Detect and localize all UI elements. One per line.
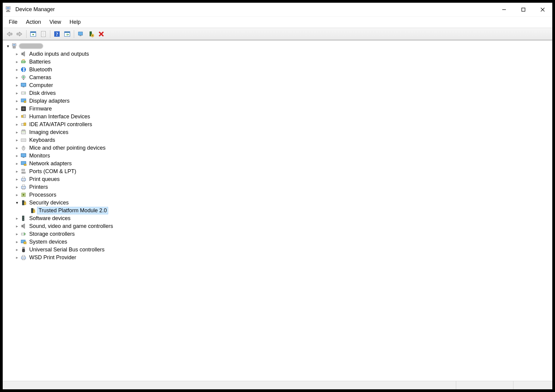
processor-icon <box>20 191 27 198</box>
tree-category-label: Bluetooth <box>28 66 53 73</box>
tree-category[interactable]: Network adapters <box>4 160 551 167</box>
chevron-right-icon[interactable] <box>14 98 20 104</box>
minimize-button[interactable] <box>494 3 514 16</box>
chevron-right-icon[interactable] <box>14 90 20 96</box>
tree-category[interactable]: Bluetooth <box>4 66 551 73</box>
tree-category[interactable]: Printers <box>4 183 551 191</box>
menu-view[interactable]: View <box>46 18 65 26</box>
tree-category[interactable]: Universal Serial Bus controllers <box>4 246 551 254</box>
properties-button[interactable] <box>39 29 48 39</box>
add-legacy-button[interactable] <box>86 29 96 39</box>
chevron-right-icon[interactable] <box>14 216 20 221</box>
chevron-right-icon[interactable] <box>14 239 20 244</box>
chevron-right-icon[interactable] <box>14 184 20 190</box>
svg-rect-82 <box>21 225 23 227</box>
chevron-right-icon[interactable] <box>14 223 20 229</box>
menu-file[interactable]: File <box>5 18 21 26</box>
tree-category[interactable]: Sound, video and game controllers <box>4 222 551 230</box>
chevron-right-icon[interactable] <box>14 106 20 111</box>
show-hidden-button[interactable] <box>28 29 38 39</box>
tree-category[interactable]: Human Interface Devices <box>4 113 551 120</box>
device-tree[interactable]: Audio inputs and outputsBatteriesBluetoo… <box>3 40 552 381</box>
tree-root[interactable] <box>4 42 551 50</box>
tree-category[interactable]: Print queues <box>4 175 551 183</box>
tree-category[interactable]: Display adapters <box>4 97 551 105</box>
tree-category[interactable]: Processors <box>4 191 551 199</box>
tree-category-label: Monitors <box>28 152 51 159</box>
monitor-icon <box>20 82 27 89</box>
tree-category[interactable]: Mice and other pointing devices <box>4 144 551 152</box>
chevron-right-icon[interactable] <box>14 67 20 72</box>
chevron-right-icon[interactable] <box>14 82 20 88</box>
svg-rect-77 <box>31 208 33 213</box>
tree-category[interactable]: Computer <box>4 81 551 89</box>
menu-action[interactable]: Action <box>22 18 45 26</box>
svg-rect-21 <box>78 32 83 35</box>
chevron-down-icon[interactable] <box>5 43 11 49</box>
svg-rect-38 <box>21 83 26 86</box>
chevron-right-icon[interactable] <box>14 255 20 260</box>
chevron-right-icon[interactable] <box>14 51 20 57</box>
tree-category[interactable]: Ports (COM & LPT) <box>4 167 551 175</box>
svg-point-36 <box>23 76 24 78</box>
tree-category[interactable]: Monitors <box>4 152 551 160</box>
tree-category[interactable]: Keyboards <box>4 136 551 144</box>
svg-marker-83 <box>23 224 25 229</box>
tree-category[interactable]: System devices <box>4 238 551 246</box>
tree-category-label: WSD Print Provider <box>28 254 77 261</box>
chevron-right-icon[interactable] <box>14 122 20 127</box>
help-button[interactable]: ? <box>52 29 62 39</box>
svg-rect-37 <box>23 79 24 80</box>
tree-category[interactable]: Cameras <box>4 73 551 81</box>
chevron-right-icon[interactable] <box>14 114 20 119</box>
tree-category[interactable]: Batteries <box>4 58 551 66</box>
chevron-right-icon[interactable] <box>14 231 20 237</box>
forward-button[interactable] <box>15 29 24 39</box>
display-icon <box>20 98 27 104</box>
uninstall-device-button[interactable] <box>96 29 106 39</box>
chevron-right-icon[interactable] <box>14 137 20 143</box>
enable-device-button[interactable] <box>76 29 86 39</box>
app-icon <box>5 6 12 13</box>
tree-category-label: Security devices <box>28 199 70 206</box>
svg-rect-90 <box>22 255 25 257</box>
tree-category[interactable]: Storage controllers <box>4 230 551 238</box>
chevron-right-icon[interactable] <box>14 153 20 158</box>
svg-rect-3 <box>6 11 10 12</box>
chevron-right-icon[interactable] <box>14 161 20 166</box>
tree-category[interactable]: Software devices <box>4 214 551 222</box>
chevron-right-icon[interactable] <box>14 75 20 80</box>
chevron-right-icon[interactable] <box>14 192 20 198</box>
chevron-right-icon[interactable] <box>14 129 20 135</box>
chevron-right-icon[interactable] <box>14 169 20 174</box>
security-icon <box>20 199 27 206</box>
chevron-right-icon[interactable] <box>14 247 20 252</box>
bluetooth-icon <box>20 66 27 73</box>
disk-icon <box>20 90 27 96</box>
tree-category[interactable]: IDE ATA/ATAPI controllers <box>4 120 551 128</box>
tree-category[interactable]: Imaging devices <box>4 128 551 136</box>
tree-category[interactable]: Disk drives <box>4 89 551 97</box>
tree-category[interactable]: WSD Print Provider <box>4 254 551 261</box>
tree-device[interactable]: Trusted Platform Module 2.0 <box>4 207 551 214</box>
close-button[interactable] <box>533 3 552 16</box>
titlebar: Device Manager <box>3 3 552 17</box>
svg-rect-45 <box>22 107 25 110</box>
tree-category[interactable]: Security devices <box>4 199 551 207</box>
chevron-down-icon[interactable] <box>14 200 20 205</box>
printer-icon <box>20 176 27 182</box>
toolbar: ? <box>3 28 552 40</box>
back-button[interactable] <box>5 29 14 39</box>
tree-category-label: Processors <box>28 191 58 198</box>
scan-hardware-button[interactable] <box>62 29 72 39</box>
tree-category[interactable]: Audio inputs and outputs <box>4 50 551 58</box>
svg-rect-58 <box>21 154 26 157</box>
svg-rect-69 <box>22 181 25 182</box>
menu-help[interactable]: Help <box>66 18 84 26</box>
chevron-right-icon[interactable] <box>14 176 20 182</box>
maximize-button[interactable] <box>514 3 533 16</box>
chevron-right-icon[interactable] <box>14 59 20 64</box>
svg-rect-9 <box>30 32 36 33</box>
tree-category[interactable]: Firmware <box>4 105 551 113</box>
chevron-right-icon[interactable] <box>14 145 20 151</box>
